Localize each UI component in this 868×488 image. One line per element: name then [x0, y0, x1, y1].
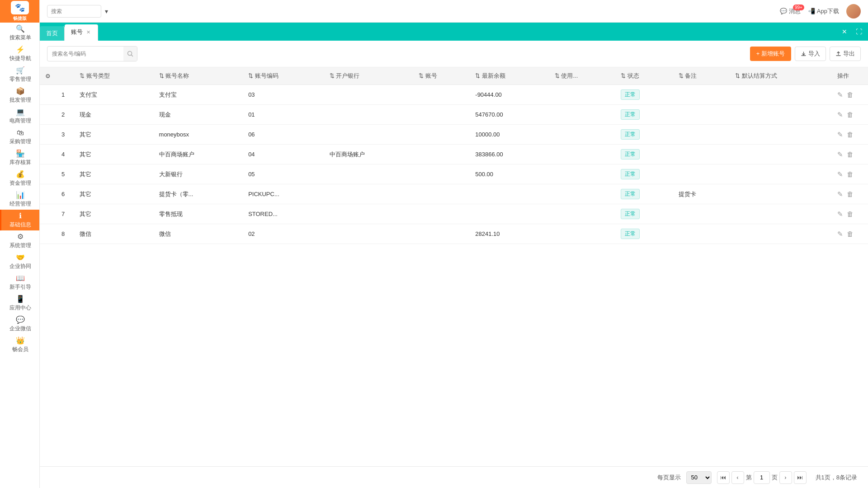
edit-icon[interactable]: ✎: [837, 210, 843, 218]
topbar-app-download-btn[interactable]: 📲 App下载: [808, 7, 839, 15]
sidebar-item-quick[interactable]: ⚡快捷导航: [0, 43, 39, 64]
tab-home[interactable]: 首页: [40, 26, 65, 41]
cell-default_settle: [730, 184, 832, 204]
cell-default_settle: [730, 164, 832, 184]
col-header-usage[interactable]: ⇅ 使用...: [549, 67, 615, 85]
page-number-input[interactable]: [754, 471, 770, 484]
cell-bank: [324, 224, 414, 244]
cell-account: [413, 125, 470, 145]
topbar-message-btn[interactable]: 💬 消息 99+: [780, 7, 801, 15]
finance-icon: 💰: [16, 170, 25, 178]
sidebar-item-guide[interactable]: 📖新手引导: [0, 272, 39, 293]
delete-icon[interactable]: 🗑: [847, 91, 854, 99]
sidebar-item-system[interactable]: ⚙系统管理: [0, 230, 39, 251]
cell-settings: [40, 105, 56, 125]
system-icon: ⚙: [17, 232, 24, 241]
cell-bank: [324, 184, 414, 204]
bizwechat-icon: 💬: [16, 315, 25, 324]
col-header-status[interactable]: ⇅ 状态: [615, 67, 673, 85]
page-prev-btn[interactable]: ‹: [731, 471, 744, 484]
page-size-select[interactable]: 102050100: [686, 471, 712, 484]
cell-name: 支付宝: [154, 85, 243, 105]
cell-account: [413, 105, 470, 125]
col-header-type[interactable]: ⇅ 账号类型: [74, 67, 154, 85]
cell-type: 其它: [74, 204, 154, 224]
status-badge: 正常: [621, 149, 640, 160]
status-badge: 正常: [621, 169, 640, 179]
user-avatar[interactable]: [846, 4, 861, 19]
delete-icon[interactable]: 🗑: [847, 190, 854, 198]
cell-type: 支付宝: [74, 85, 154, 105]
sidebar-item-ecommerce[interactable]: 💻电商管理: [0, 106, 39, 127]
tab-account[interactable]: 账号✕: [65, 24, 98, 41]
topbar-right: 💬 消息 99+ 📲 App下载: [780, 4, 861, 19]
page-next-btn[interactable]: ›: [779, 471, 792, 484]
tab-close-account[interactable]: ✕: [85, 29, 91, 36]
col-header-remark[interactable]: ⇅ 备注: [673, 67, 730, 85]
edit-icon[interactable]: ✎: [837, 190, 843, 198]
cell-balance: 28241.10: [470, 224, 549, 244]
sidebar-item-inventory[interactable]: 🏪库存核算: [0, 147, 39, 168]
cell-type: 其它: [74, 164, 154, 184]
col-header-account[interactable]: ⇅ 账号: [413, 67, 470, 85]
topbar-dropdown-icon[interactable]: ▾: [105, 8, 108, 15]
window-expand-icon[interactable]: ⛶: [854, 26, 864, 37]
sidebar-item-cooperation[interactable]: 🤝企业协同: [0, 251, 39, 272]
edit-icon[interactable]: ✎: [837, 150, 843, 159]
cell-action: ✎ 🗑: [832, 204, 868, 224]
account-search-button[interactable]: [123, 47, 137, 61]
cell-status: 正常: [615, 145, 673, 164]
account-search-input[interactable]: [47, 48, 123, 60]
tab-bar-wrapper: 首页账号✕ ✕ ⛶: [40, 23, 868, 41]
settings-icon[interactable]: ⚙: [45, 73, 51, 80]
add-account-button[interactable]: + 新增账号: [750, 47, 791, 61]
sidebar-item-search[interactable]: 🔍搜索菜单: [0, 23, 39, 43]
col-header-default_settle[interactable]: ⇅ 默认结算方式: [730, 67, 832, 85]
operations-icon: 📊: [16, 191, 25, 199]
topbar-search-input[interactable]: [47, 5, 101, 18]
edit-icon[interactable]: ✎: [837, 230, 843, 238]
sidebar-item-operations[interactable]: 📊经营管理: [0, 189, 39, 210]
delete-icon[interactable]: 🗑: [847, 210, 854, 218]
delete-icon[interactable]: 🗑: [847, 131, 854, 139]
sidebar-item-bizwechat[interactable]: 💬企业微信: [0, 314, 39, 334]
window-close-icon[interactable]: ✕: [839, 26, 850, 37]
edit-icon[interactable]: ✎: [837, 111, 843, 119]
col-label-usage: ⇅ 使用...: [555, 72, 578, 79]
table-row: 5其它大新银行05500.00正常 ✎ 🗑: [40, 164, 868, 184]
cell-num: 6: [56, 184, 74, 204]
cell-default_settle: [730, 105, 832, 125]
col-header-name[interactable]: ⇅ 账号名称: [154, 67, 243, 85]
export-button[interactable]: 导出: [830, 47, 861, 61]
sidebar-item-wholesale[interactable]: 📦批发管理: [0, 85, 39, 106]
edit-icon[interactable]: ✎: [837, 131, 843, 139]
edit-icon[interactable]: ✎: [837, 170, 843, 178]
page-first-btn[interactable]: ⏮: [717, 471, 730, 484]
action-buttons: + 新增账号 导入 导出: [750, 47, 861, 61]
page-last-btn[interactable]: ⏭: [794, 471, 807, 484]
sidebar-item-basic[interactable]: ℹ基础信息: [0, 210, 39, 230]
cell-num: 8: [56, 224, 74, 244]
sidebar-item-finance[interactable]: 💰资金管理: [0, 168, 39, 189]
col-header-code[interactable]: ⇅ 账号编码: [243, 67, 324, 85]
col-header-balance[interactable]: ⇅ 最新余额: [470, 67, 549, 85]
sidebar-item-appcenter[interactable]: 📱应用中心: [0, 293, 39, 314]
sidebar-item-vip[interactable]: 👑畅会员: [0, 334, 39, 355]
delete-icon[interactable]: 🗑: [847, 150, 854, 159]
cell-account: [413, 204, 470, 224]
delete-icon[interactable]: 🗑: [847, 170, 854, 178]
delete-icon[interactable]: 🗑: [847, 111, 854, 119]
col-header-bank[interactable]: ⇅ 开户银行: [324, 67, 414, 85]
sidebar-item-retail[interactable]: 🛒零售管理: [0, 64, 39, 85]
edit-icon[interactable]: ✎: [837, 91, 843, 99]
sidebar-item-label: 应用中心: [9, 304, 31, 312]
app-download-icon: 📲: [808, 8, 815, 14]
cell-action: ✎ 🗑: [832, 224, 868, 244]
row-action-icons: ✎ 🗑: [837, 210, 863, 218]
sidebar-item-label: 经营管理: [9, 200, 31, 208]
import-button[interactable]: 导入: [795, 47, 826, 61]
sidebar-item-purchase[interactable]: 🛍采购管理: [0, 127, 39, 147]
delete-icon[interactable]: 🗑: [847, 230, 854, 238]
cell-num: 5: [56, 164, 74, 184]
cell-default_settle: [730, 145, 832, 164]
